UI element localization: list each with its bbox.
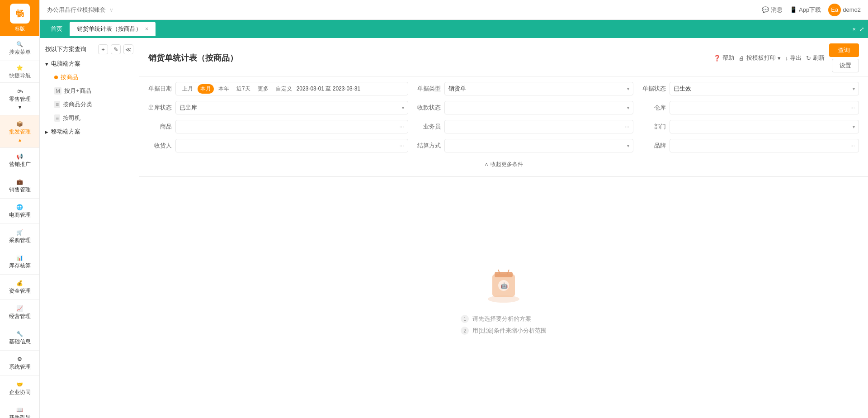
tree-item-by-category[interactable]: ≡ 按商品分类 — [40, 98, 139, 111]
doc-type-select[interactable]: 销货单 ▾ — [444, 82, 634, 95]
query-button[interactable]: 查询 — [829, 43, 859, 57]
collapse-filter-button[interactable]: ∧ 收起更多条件 — [148, 158, 859, 171]
more-icon[interactable]: ··· — [850, 104, 855, 111]
operations-icon: 📈 — [16, 305, 23, 312]
date-prev-month[interactable]: 上月 — [179, 84, 196, 94]
sidebar-item-system[interactable]: ⚙ 系统管理 — [0, 351, 39, 376]
add-scheme-button[interactable]: + — [98, 44, 108, 54]
chevron-down-icon: ▾ — [627, 143, 629, 148]
sidebar-item-cooperation[interactable]: 🤝 企业协同 — [0, 376, 39, 401]
date-more[interactable]: 更多 — [255, 84, 271, 94]
tab-active[interactable]: 销货单统计表（按商品） × — [70, 22, 156, 36]
payment-method-select[interactable]: ▾ — [444, 139, 634, 152]
sidebar-item-guide[interactable]: 📖 新手引导 — [0, 401, 39, 418]
tab-home-label: 首页 — [51, 25, 62, 33]
chevron-up-icon: ▴ — [19, 137, 21, 143]
collapse-panel-button[interactable]: ≪ — [123, 44, 133, 54]
sidebar-item-operations[interactable]: 📈 经营管理 — [0, 300, 39, 325]
date-curr-year[interactable]: 本年 — [216, 84, 232, 94]
message-icon: 💬 — [762, 6, 769, 13]
date-curr-month[interactable]: 本月 — [198, 84, 214, 94]
recipient-input[interactable]: ··· — [175, 139, 408, 152]
step-1-text: 请先选择要分析的方案 — [472, 315, 531, 323]
breadcrumb: 办公用品行业模拟账套 ∨ — [47, 6, 113, 14]
tree-item-by-printer[interactable]: ≡ 按司机 — [40, 111, 139, 125]
user-profile[interactable]: Ea demo2 — [828, 4, 861, 16]
wholesale-icon: 📦 — [16, 121, 23, 127]
filter-date: 单据日期 上月 本月 本年 近7天 更多 自定义 2023-03-01 至 20… — [148, 82, 408, 95]
sidebar-item-wholesale[interactable]: 📦 批发管理 ▴ — [0, 115, 39, 148]
print-button[interactable]: 🖨 按模板打印 ▾ — [739, 54, 781, 62]
tree-group-mobile[interactable]: ▸ 移动端方案 — [40, 125, 139, 138]
expand-icon[interactable]: ⤢ — [859, 26, 864, 33]
step-2-number: 2 — [461, 327, 469, 335]
content: 按以下方案查询 + ✎ ≪ ▾ 电脑端方案 — [40, 38, 868, 418]
sidebar-item-finance[interactable]: 💰 资金管理 — [0, 275, 39, 300]
tab-home[interactable]: 首页 — [43, 22, 70, 36]
doc-status-select[interactable]: 已生效 ▾ — [670, 82, 859, 95]
payment-status-label: 收款状态 — [417, 104, 444, 112]
export-icon: ↓ — [785, 55, 788, 62]
more-icon[interactable]: ··· — [399, 142, 404, 149]
sidebar-search[interactable]: 🔍 搜索菜单 — [0, 36, 39, 61]
tab-active-label: 销货单统计表（按商品） — [77, 25, 142, 33]
brand-input[interactable]: ··· — [670, 139, 859, 152]
logo[interactable]: 畅 标版 — [0, 0, 39, 36]
avatar: Ea — [828, 4, 841, 16]
more-icon[interactable]: ··· — [625, 124, 629, 130]
download-icon: 📱 — [790, 6, 797, 13]
sidebar-item-label: 企业协同 — [9, 389, 31, 396]
step-1-number: 1 — [461, 315, 469, 323]
breadcrumb-dropdown-icon[interactable]: ∨ — [109, 7, 113, 13]
export-button[interactable]: ↓ 导出 — [785, 54, 802, 62]
chevron-down-icon: ▾ — [19, 104, 21, 110]
more-icon[interactable]: ··· — [399, 124, 404, 130]
refresh-button[interactable]: ↻ 刷新 — [806, 54, 825, 62]
filter-recipient: 收货人 ··· — [148, 139, 408, 152]
app-download-label: App下载 — [799, 6, 821, 14]
filter-warehouse: 仓库 ··· — [642, 101, 859, 114]
payment-status-select[interactable]: ▾ — [444, 101, 634, 114]
logo-subtitle: 标版 — [15, 25, 25, 32]
salesperson-input[interactable]: ··· — [444, 120, 634, 133]
sidebar-item-inventory[interactable]: 📊 库存核算 — [0, 249, 39, 275]
header-actions: 💬 消息 📱 App下载 Ea demo2 — [762, 4, 861, 16]
tab-close-icon[interactable]: × — [145, 26, 148, 32]
page-title: 销货单统计表（按商品） — [148, 52, 238, 63]
department-select[interactable]: ▾ — [670, 120, 859, 133]
sidebar-item-ecommerce[interactable]: 🌐 电商管理 — [0, 199, 39, 224]
tree-item-by-month-product[interactable]: M 按月+商品 — [40, 84, 139, 98]
date-picker[interactable]: 上月 本月 本年 近7天 更多 自定义 2023-03-01 至 2023-03… — [175, 82, 408, 95]
sidebar-item-label: 系统管理 — [9, 363, 31, 371]
sidebar-item-sales[interactable]: 💼 销售管理 — [0, 173, 39, 199]
sidebar-item-purchase[interactable]: 🛒 采购管理 — [0, 224, 39, 249]
stock-status-select[interactable]: 已出库 ▾ — [175, 101, 408, 114]
sidebar-item-basics[interactable]: 🔧 基础信息 — [0, 325, 39, 351]
sidebar-item-label: 资金管理 — [9, 287, 31, 295]
setting-button[interactable]: 设置 — [832, 59, 859, 72]
filter-doc-type: 单据类型 销货单 ▾ — [417, 82, 634, 95]
help-button[interactable]: ❓ 帮助 — [713, 54, 734, 62]
left-panel-title: 按以下方案查询 — [45, 45, 86, 53]
app-download-action[interactable]: 📱 App下载 — [790, 6, 821, 14]
date-custom[interactable]: 自定义 — [273, 84, 295, 94]
date-7days[interactable]: 近7天 — [234, 84, 253, 94]
tree-item-by-product[interactable]: 按商品 — [40, 71, 139, 84]
edit-scheme-button[interactable]: ✎ — [111, 44, 121, 54]
doc-status-label: 单据状态 — [642, 85, 670, 93]
message-action[interactable]: 💬 消息 — [762, 6, 783, 14]
tree-group-desktop[interactable]: ▾ 电脑端方案 — [40, 57, 139, 71]
more-icon[interactable]: ··· — [850, 142, 855, 149]
help-icon: ❓ — [713, 55, 721, 62]
refresh-label: 刷新 — [813, 54, 825, 62]
warehouse-input[interactable]: ··· — [670, 101, 859, 114]
product-input[interactable]: ··· — [175, 120, 408, 133]
category-icon: ≡ — [54, 101, 60, 108]
sidebar-item-marketing[interactable]: 📢 营销推广 — [0, 148, 39, 173]
active-dot-icon — [54, 76, 58, 79]
marketing-icon: 📢 — [16, 153, 23, 160]
sidebar-quick-nav[interactable]: ⭐ 快捷导航 — [0, 61, 39, 83]
close-window-icon[interactable]: × — [852, 26, 856, 33]
sidebar-item-retail[interactable]: 🛍 零售管理 ▾ — [0, 83, 39, 115]
chevron-down-icon: ▾ — [627, 86, 629, 91]
